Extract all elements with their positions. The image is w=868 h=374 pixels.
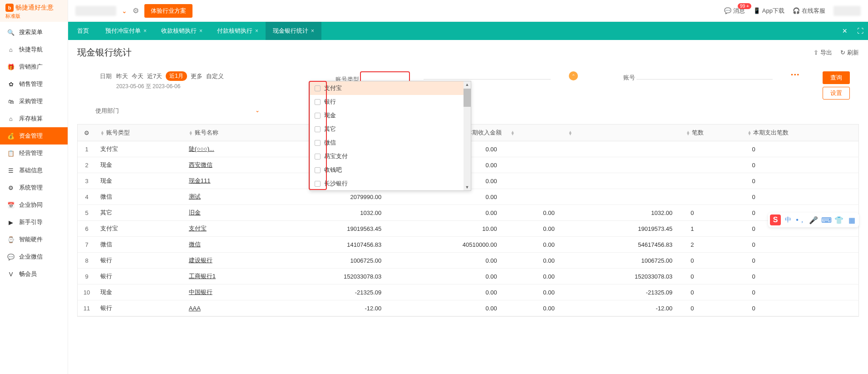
department-input[interactable] — [123, 107, 251, 114]
trial-plan-button[interactable]: 体验行业方案 — [144, 4, 192, 18]
cell-account-name[interactable]: 西安微信 — [184, 157, 273, 173]
dropdown-option[interactable]: 现金 — [310, 109, 471, 122]
nav-item-10[interactable]: 📅企业协同 — [0, 196, 68, 214]
nav-item-5[interactable]: ⌂库存核算 — [0, 110, 68, 127]
ime-lang-toggle[interactable]: 中 — [783, 214, 794, 225]
settings-button[interactable]: 设置 — [823, 87, 850, 100]
support-link[interactable]: 🎧 在线客服 — [793, 7, 825, 15]
dropdown-option[interactable]: 收钱吧 — [310, 163, 471, 177]
nav-item-13[interactable]: 💬企业微信 — [0, 248, 68, 265]
nav-item-14[interactable]: V畅会员 — [0, 265, 68, 283]
sort-icon[interactable]: ▲▼ — [686, 131, 690, 135]
tab-close-icon[interactable]: × — [255, 28, 258, 34]
query-button[interactable]: 查询 — [823, 71, 850, 84]
tab-0[interactable]: 预付冲应付单× — [98, 22, 154, 40]
scroll-down-icon[interactable]: ▼ — [464, 184, 471, 190]
date-option[interactable]: 昨天 — [116, 72, 128, 80]
nav-item-0[interactable]: 🔍搜索菜单 — [0, 24, 68, 41]
tab-close-icon[interactable]: × — [143, 28, 147, 34]
cell-account-name[interactable]: 旧金 — [184, 205, 273, 221]
fullscreen-icon[interactable]: ⛶ — [853, 27, 868, 35]
nav-item-9[interactable]: ⚙系统管理 — [0, 179, 68, 196]
col-header-5[interactable]: ▲▼ — [564, 125, 682, 141]
dropdown-option[interactable]: 银行 — [310, 95, 471, 109]
sort-icon[interactable]: ▲▼ — [511, 131, 515, 135]
cell-account-name[interactable]: 建设银行 — [184, 253, 273, 269]
sogou-ime-icon[interactable]: S — [770, 214, 781, 225]
cell-account-name[interactable]: 中国银行 — [184, 284, 273, 300]
messages-link[interactable]: 💬 消息 99 + — [724, 7, 745, 15]
tab-close-icon[interactable]: × — [199, 28, 202, 34]
tab-close-icon[interactable]: × — [311, 28, 314, 34]
dropdown-option[interactable]: 易宝支付 — [310, 150, 471, 163]
tab-home[interactable]: 首页 — [68, 22, 98, 40]
checkbox-icon[interactable] — [315, 167, 321, 173]
ime-keyboard-icon[interactable]: ⌨ — [821, 214, 832, 225]
nav-item-4[interactable]: 🛍采购管理 — [0, 93, 68, 110]
nav-item-11[interactable]: ▶新手引导 — [0, 214, 68, 231]
nav-item-6[interactable]: 💰资金管理 — [0, 127, 68, 145]
cell-account-name[interactable]: 测试 — [184, 189, 273, 205]
scroll-up-icon[interactable]: ▲ — [464, 81, 471, 88]
sort-icon[interactable]: ▲▼ — [568, 131, 572, 135]
account-input-line[interactable] — [636, 71, 773, 80]
cell-account-name[interactable]: 现金111 — [184, 173, 273, 189]
cell-account-name[interactable]: 工商银行1 — [184, 269, 273, 284]
dropdown-scrollbar[interactable]: ▲ ▼ — [464, 81, 471, 190]
date-option[interactable]: 更多 — [191, 72, 202, 80]
nav-item-3[interactable]: ✿销售管理 — [0, 75, 68, 93]
collapse-filters-icon[interactable]: ⌃ — [569, 71, 578, 80]
checkbox-icon[interactable] — [315, 154, 321, 160]
nav-item-8[interactable]: ☰基础信息 — [0, 162, 68, 179]
col-header-4[interactable]: ▲▼ — [506, 125, 564, 141]
cell-account-name[interactable]: 微信 — [184, 237, 273, 253]
nav-item-1[interactable]: ⌂快捷导航 — [0, 41, 68, 58]
date-option[interactable]: 今天 — [132, 72, 143, 80]
tab-close-all-icon[interactable]: × — [837, 26, 853, 36]
nav-icon: ⌂ — [7, 115, 15, 122]
checkbox-icon[interactable] — [315, 85, 321, 91]
user-avatar-blurred[interactable] — [833, 6, 861, 16]
department-chevron-icon[interactable]: ⌄ — [255, 107, 260, 114]
sort-icon[interactable]: ▲▼ — [747, 131, 751, 135]
dropdown-option[interactable]: 长沙银行 — [310, 177, 471, 190]
dropdown-option[interactable]: 支付宝 — [310, 81, 471, 95]
app-download-link[interactable]: 📱 App下载 — [753, 7, 784, 15]
col-header-6[interactable]: ▲▼笔数 — [681, 125, 743, 141]
cell-account-name[interactable]: AAA — [184, 300, 273, 316]
org-chevron-icon[interactable]: ⌄ — [122, 7, 127, 15]
tab-3[interactable]: 现金银行统计× — [266, 22, 321, 40]
date-option[interactable]: 近1月 — [166, 71, 187, 81]
tab-1[interactable]: 收款核销执行× — [154, 22, 210, 40]
ime-voice-icon[interactable]: 🎤 — [808, 214, 819, 225]
col-header-7[interactable]: ▲▼本期支出笔数 — [743, 125, 858, 141]
sort-icon[interactable]: ▲▼ — [189, 131, 193, 135]
checkbox-icon[interactable] — [315, 99, 321, 105]
settings-gear-icon[interactable]: ⚙ — [133, 6, 139, 15]
checkbox-icon[interactable] — [315, 181, 321, 187]
col-header-1[interactable]: ▲▼账号名称 — [184, 125, 273, 141]
checkbox-icon[interactable] — [315, 140, 321, 146]
scroll-thumb[interactable] — [464, 89, 471, 107]
nav-item-7[interactable]: 📋经营管理 — [0, 145, 68, 162]
dropdown-option[interactable]: 其它 — [310, 122, 471, 136]
date-option[interactable]: 近7天 — [147, 72, 162, 80]
checkbox-icon[interactable] — [315, 126, 321, 132]
date-option[interactable]: 自定义 — [206, 72, 224, 80]
export-button[interactable]: ⇪导出 — [814, 49, 832, 57]
ime-toolbox-icon[interactable]: ▦ — [846, 214, 857, 225]
ime-punct-icon[interactable]: •， — [795, 214, 806, 225]
checkbox-icon[interactable] — [315, 113, 321, 119]
nav-item-12[interactable]: ⌚智能硬件 — [0, 231, 68, 248]
table-settings-header[interactable]: ⚙ — [78, 125, 96, 141]
col-header-0[interactable]: ▲▼账号类型 — [96, 125, 184, 141]
refresh-button[interactable]: ↻刷新 — [840, 49, 859, 57]
more-filters-icon[interactable]: ••• — [791, 71, 800, 78]
tab-2[interactable]: 付款核销执行× — [210, 22, 266, 40]
dropdown-option[interactable]: 微信 — [310, 136, 471, 150]
cell-account-name[interactable]: 陡(○○○)... — [184, 141, 273, 157]
sort-icon[interactable]: ▲▼ — [100, 131, 104, 135]
nav-item-2[interactable]: 🎁营销推广 — [0, 58, 68, 75]
ime-skin-icon[interactable]: 👕 — [833, 214, 844, 225]
cell-account-name[interactable]: 支付宝 — [184, 221, 273, 237]
